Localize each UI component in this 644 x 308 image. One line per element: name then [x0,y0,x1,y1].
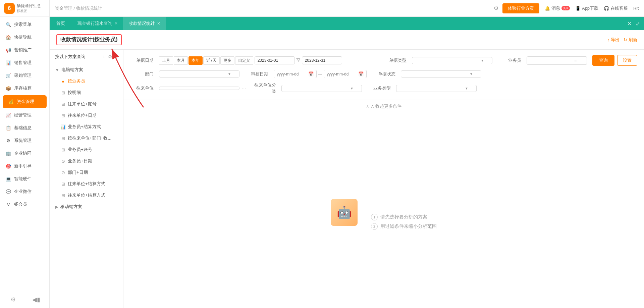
calendar-icon-start[interactable]: 📅 [308,71,314,76]
sidebar-item-search[interactable]: 🔍 搜索菜单 [0,18,49,31]
doc-type-select[interactable]: ▼ [412,57,492,64]
date-tab-this-year[interactable]: 本年 [189,56,203,65]
tabbar: 首页 现金银行流水查询 ✕ 收款情况统计 ✕ ✕ ⤢ [50,17,644,30]
close-window-btn[interactable]: ✕ [627,20,632,27]
tab-close-collection-stats[interactable]: ✕ [157,21,160,26]
user-avatar[interactable]: Rit [633,6,639,11]
unit-dept-icon: ⊞ [60,136,66,141]
counterpart-category-select[interactable]: ▼ [281,85,362,92]
date-tab-custom[interactable]: 自定义 [235,56,253,65]
sidebar-item-purchase[interactable]: 🛒 采购管理 [0,69,49,82]
counterpart-more-btn[interactable]: ··· [241,86,247,91]
sidebar-item-inventory[interactable]: 📦 库存核算 [0,82,49,95]
counterpart-category-arrow: ▼ [350,87,354,90]
review-date-start-input[interactable] [277,72,307,76]
query-button[interactable]: 查询 [592,55,614,66]
tree-item-by-sp-settlement[interactable]: 📊 业务员+结算方式 [55,121,123,133]
calendar-icon-end[interactable]: 📅 [358,71,364,76]
page-header: 收款情况统计(按业务员) ↑ 导出 ↻ 刷新 [50,30,644,50]
tree-item-by-sp-date[interactable]: ⊙ 业务员+日期 [55,155,123,167]
home-icon: 🏠 [5,34,11,40]
online-service-btn[interactable]: 🎧 在线客服 [604,5,628,11]
tab-close-bank-flow[interactable]: ✕ [114,21,118,26]
tree-item-by-unit-settle2[interactable]: ⊞ 往来单位+结算方式 [55,190,123,201]
smart-hw-icon: 💻 [5,176,11,182]
notification-btn[interactable]: 🔔 消息 99+ [545,5,570,11]
review-date-label: 审核日期 [245,71,268,77]
date-label: 单据日期 [130,57,154,63]
date-start-input[interactable] [255,56,295,64]
counterpart-control: ··· [159,86,247,91]
empty-illustration: 🤖 [331,199,358,226]
sidebar-item-sales[interactable]: 📊 销售管理 [0,56,49,69]
collapse-panel-btn[interactable]: « [115,54,118,59]
date-tab-last-7days[interactable]: 近7天 [203,56,220,65]
doc-status-label: 单据状态 [372,71,395,77]
date-tab-more[interactable]: 更多 [220,56,234,65]
counterpart-select[interactable] [159,87,239,90]
salesperson-more-btn[interactable]: ··· [572,58,579,63]
empty-step-1: 1 请先选择要分析的方案 [371,214,437,220]
service-icon: 🎧 [604,6,609,11]
sidebar-item-operations[interactable]: 📈 经营管理 [0,109,49,121]
biz-type-label: 业务类型 [367,85,391,91]
scheme-settings-btn[interactable]: ⚙ [108,54,112,59]
sidebar-item-wechat[interactable]: 💬 企业微信 [0,185,49,198]
sidebar-settings-btn[interactable]: ⚙ [3,294,23,305]
app-download-btn[interactable]: 📱 App下载 [575,5,598,11]
wechat-icon: 💬 [5,189,11,195]
tree-item-by-unit-settle1[interactable]: ⊞ 往来单位+结算方式 [55,178,123,190]
tree-item-by-salesperson[interactable]: ● 按业务员 [55,75,123,87]
dept-select[interactable]: ▼ [159,70,239,78]
refresh-btn[interactable]: ↻ 刷新 [624,37,637,43]
tree-item-by-unit-date[interactable]: ⊞ 往来单位+日期 [55,110,123,121]
sidebar-collapse-btn[interactable]: ◀▮ [26,294,47,305]
empty-steps: 1 请先选择要分析的方案 2 用过滤条件来缩小分析范围 [371,214,437,233]
tree-item-by-unit-dept[interactable]: ⊞ 按往来单位+部门+收... [55,133,123,144]
tab-collection-stats[interactable]: 收款情况统计 ✕ [123,17,166,30]
date-tabs: 上月 本月 本年 近7天 更多 自定义 [159,56,253,65]
date-end-input[interactable] [302,56,342,64]
sidebar-item-quick-nav[interactable]: 🏠 快捷导航 [0,31,49,44]
maximize-window-btn[interactable]: ⤢ [636,20,640,27]
tree-group-mobile-header[interactable]: ▶ 移动端方案 [50,201,123,212]
sidebar-item-enterprise[interactable]: 🏢 企业协同 [0,147,49,160]
sidebar-item-smart-hw[interactable]: 💻 智能硬件 [0,172,49,185]
system-icon: ⚙ [5,138,11,144]
right-panel: 单据日期 上月 本月 本年 近7天 更多 自定义 至 [123,50,644,308]
add-scheme-btn[interactable]: + [103,54,105,59]
tree-group-mobile: ▶ 移动端方案 [50,201,123,212]
inventory-icon: 📦 [5,85,11,91]
empty-step-2: 2 用过滤条件来缩小分析范围 [371,223,437,230]
date-tab-prev-month[interactable]: 上月 [159,56,173,65]
sidebar-item-finance[interactable]: 💰 资金管理 [3,95,47,108]
page-title: 收款情况统计(按业务员) [60,37,118,42]
sidebar-item-system[interactable]: ⚙ 系统管理 [0,134,49,147]
doc-status-select[interactable]: ▼ [401,70,481,78]
date-tab-this-month[interactable]: 本月 [174,56,188,65]
salesperson-select[interactable]: ··· [527,56,587,65]
notification-badge: 99+ [561,6,570,10]
sidebar-item-basic-info[interactable]: 📋 基础信息 [0,121,49,134]
trial-button[interactable]: 体验行业方案 [502,3,539,13]
topbar-settings-icon[interactable]: ⚙ [494,5,498,11]
export-btn[interactable]: ↑ 导出 [607,37,620,43]
biz-type-select[interactable]: ▼ [396,85,477,92]
tree-item-by-detail[interactable]: ⊞ 按明细 [55,87,123,98]
tree-group-desktop-header[interactable]: ▼ 电脑端方案 [50,64,123,75]
review-date-end-input[interactable] [327,72,357,76]
tab-home[interactable]: 首页 [50,17,72,30]
collapse-icon: ∧ [366,104,369,109]
sidebar-item-guide[interactable]: 🎯 新手引导 [0,160,49,172]
doc-type-label: 单据类型 [383,57,407,63]
tree-item-by-dept-date[interactable]: ⊙ 部门+日期 [55,167,123,178]
sidebar-bottom: ⚙ ◀▮ [0,291,49,308]
tree-item-by-unit-account[interactable]: ⊞ 往来单位+账号 [55,98,123,110]
doc-status-arrow: ▼ [470,72,473,76]
sidebar-item-marketing[interactable]: 📢 营销推广 [0,44,49,56]
tree-item-by-sp-account[interactable]: ⊞ 业务员+账号 [55,144,123,155]
sidebar-item-member[interactable]: V 畅会员 [0,198,49,211]
settings-button[interactable]: 设置 [617,55,637,66]
collapse-bar[interactable]: ∧ ∧ 收起更多条件 [123,100,644,113]
tab-bank-flow[interactable]: 现金银行流水查询 ✕ [72,17,123,30]
